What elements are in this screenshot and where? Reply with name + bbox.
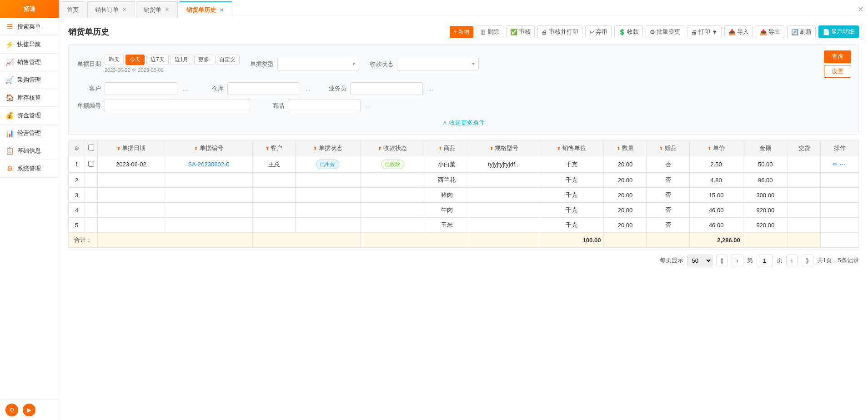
- page-size-select[interactable]: 50 10 20 100: [687, 255, 712, 266]
- customer-input[interactable]: [105, 82, 177, 95]
- sidebar-item-sales-mgmt[interactable]: 📈 销售管理: [0, 54, 59, 71]
- sidebar-item-finance-mgmt[interactable]: 💰 资金管理: [0, 107, 59, 125]
- row-date: [98, 188, 165, 203]
- tab-home[interactable]: 首页: [59, 1, 86, 18]
- table-settings-icon[interactable]: ⚙: [74, 145, 80, 152]
- table-row: 3猪肉千克20.00否15.00300.00: [69, 188, 859, 203]
- pagination-bar: 每页显示 50 10 20 100 ⟪ ‹ 第 页 › ⟫ 共1页，5条记录: [68, 250, 859, 271]
- salesperson-input[interactable]: [350, 82, 423, 95]
- doc-type-select[interactable]: [277, 58, 359, 70]
- new-button[interactable]: + 新增: [450, 26, 473, 38]
- th-price[interactable]: ⬆ 单价: [689, 140, 743, 156]
- collect-status-select[interactable]: [397, 58, 479, 70]
- row-docno[interactable]: SA-20230602-0: [165, 156, 252, 173]
- select-all-checkbox[interactable]: [88, 145, 94, 150]
- last-page-button[interactable]: ⟫: [802, 255, 813, 266]
- import-button[interactable]: 📥 导入: [724, 25, 753, 38]
- row-customer: [253, 203, 296, 218]
- first-page-button[interactable]: ⟪: [716, 255, 728, 266]
- th-customer[interactable]: ⬆ 客户: [253, 140, 296, 156]
- th-goods[interactable]: ⬆ 商品: [425, 140, 469, 156]
- date-btn-7days[interactable]: 近7天: [146, 55, 169, 65]
- row-docno-link[interactable]: SA-20230602-0: [188, 161, 229, 168]
- th-doc-status[interactable]: ⬆ 单据状态: [296, 140, 360, 156]
- th-gift[interactable]: ⬆ 赠品: [647, 140, 689, 156]
- tab-sales-order[interactable]: 销售订单 ✕: [87, 1, 135, 18]
- row-customer: [253, 188, 296, 203]
- print-button[interactable]: 🖨 打印 ▼: [687, 25, 722, 38]
- row-customer: 王总: [253, 156, 296, 173]
- row-docno[interactable]: [165, 188, 252, 203]
- total-spacer4: [469, 233, 539, 248]
- sidebar-item-search-menu[interactable]: ☰ 搜索菜单: [0, 18, 59, 36]
- date-btn-custom[interactable]: 自定义: [215, 55, 240, 65]
- row-delivery: [788, 156, 820, 173]
- th-collect-status[interactable]: ⬆ 收款状态: [360, 140, 425, 156]
- audit-button[interactable]: ✅ 审核: [506, 25, 535, 38]
- sidebar-footer: ⚙ ▶: [0, 400, 59, 420]
- discard-button[interactable]: ↩ 弃审: [585, 25, 612, 38]
- th-qty[interactable]: ⬆ 数量: [604, 140, 647, 156]
- sidebar-item-basic-info[interactable]: 📋 基础信息: [0, 142, 59, 160]
- warehouse-label: 仓库: [199, 85, 224, 93]
- sidebar-item-stock-calc[interactable]: 🏠 库存核算: [0, 89, 59, 107]
- show-detail-button[interactable]: 📄 显示明细: [818, 25, 859, 38]
- collapse-row[interactable]: ∧ 收起更多条件: [76, 117, 851, 129]
- warehouse-dots[interactable]: ...: [304, 85, 312, 92]
- warehouse-input[interactable]: [227, 82, 300, 95]
- goods-input[interactable]: [288, 100, 361, 112]
- tab-bar-close[interactable]: ✕: [858, 5, 863, 13]
- date-btn-1month[interactable]: 近1月: [171, 55, 193, 65]
- page-number-input[interactable]: [757, 255, 773, 266]
- query-button[interactable]: 查询: [824, 50, 851, 63]
- import-icon: 📥: [728, 29, 736, 35]
- customer-dots[interactable]: ...: [181, 85, 190, 92]
- set-button[interactable]: 设置: [824, 65, 851, 78]
- goods-dots[interactable]: ...: [364, 103, 373, 110]
- th-spec[interactable]: ⬆ 规格型号: [469, 140, 539, 156]
- row-amount: 96.00: [743, 173, 788, 188]
- salesperson-dots[interactable]: ...: [426, 85, 435, 92]
- batch-change-button[interactable]: ⚙ 批量变更: [646, 25, 684, 38]
- filter-customer-field: 客户 ...: [76, 82, 190, 95]
- tab-sales-history[interactable]: 销货单历史 ✕: [179, 1, 232, 18]
- collect-button[interactable]: 💲 收款: [614, 25, 643, 38]
- refresh-button[interactable]: 🔄 刷新: [787, 25, 816, 38]
- th-settings[interactable]: ⚙: [69, 140, 85, 156]
- delete-button[interactable]: 🗑 删除: [476, 25, 503, 38]
- row-qty: 20.00: [604, 173, 647, 188]
- th-docno[interactable]: ⬆ 单据编号: [165, 140, 252, 156]
- close-sales-order-tab[interactable]: ✕: [121, 7, 127, 13]
- prev-page-button[interactable]: ‹: [732, 255, 743, 266]
- th-unit[interactable]: ⬆ 销售单位: [539, 140, 604, 156]
- total-qty: 100.00: [539, 233, 604, 248]
- user-bottom-icon[interactable]: ▶: [23, 404, 35, 416]
- th-date[interactable]: ⬆ 单据日期: [98, 140, 165, 156]
- op-更多[interactable]: ⋯: [839, 161, 845, 168]
- date-btn-more[interactable]: 更多: [194, 55, 213, 65]
- sidebar-item-sys-mgmt[interactable]: ⚙ 系统管理: [0, 160, 59, 178]
- close-sales-history-tab[interactable]: ✕: [219, 7, 225, 13]
- row-docno[interactable]: [165, 173, 252, 188]
- tab-sales-goods[interactable]: 销货单 ✕: [136, 1, 178, 18]
- sidebar-item-purchase-mgmt[interactable]: 🛒 采购管理: [0, 71, 59, 89]
- row-checkbox[interactable]: [88, 161, 94, 167]
- row-gift: 否: [647, 173, 689, 188]
- op-编辑[interactable]: ✏: [833, 161, 838, 168]
- next-page-button[interactable]: ›: [786, 255, 798, 266]
- sidebar-item-ops-mgmt[interactable]: 📊 经营管理: [0, 125, 59, 142]
- sidebar-item-quick-nav[interactable]: ⚡ 快捷导航: [0, 36, 59, 54]
- date-btn-today[interactable]: 今天: [125, 55, 145, 65]
- row-docno[interactable]: [165, 218, 252, 233]
- docno-input[interactable]: [105, 100, 250, 112]
- row-price: 4.80: [689, 173, 743, 188]
- row-amount: 300.00: [743, 188, 788, 203]
- row-docno[interactable]: [165, 203, 252, 218]
- date-btn-yesterday[interactable]: 昨天: [105, 55, 124, 65]
- audit-print-icon: 🖨: [542, 29, 547, 35]
- settings-bottom-icon[interactable]: ⚙: [5, 404, 18, 416]
- close-sales-goods-tab[interactable]: ✕: [164, 7, 170, 13]
- export-button[interactable]: 📤 导出: [756, 25, 784, 38]
- audit-print-button[interactable]: 🖨 审核并打印: [537, 25, 582, 38]
- row-goods: 西兰花: [425, 173, 469, 188]
